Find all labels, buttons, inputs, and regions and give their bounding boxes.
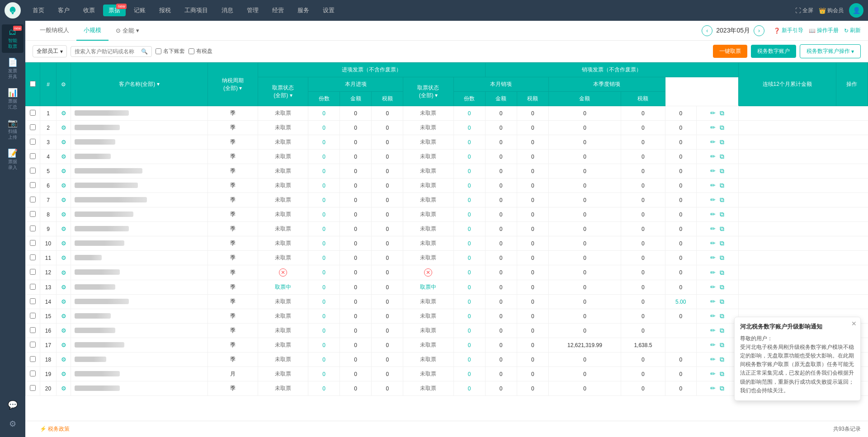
has-taxbox-checkbox[interactable]	[189, 48, 194, 54]
row-customer-name[interactable]	[71, 121, 208, 135]
copy-icon[interactable]: ⧉	[720, 356, 724, 363]
app-logo[interactable]	[5, 2, 21, 19]
row-icon[interactable]: ⚙	[61, 371, 66, 377]
copy-icon[interactable]: ⧉	[720, 240, 724, 247]
edit-icon[interactable]: ✏	[710, 385, 716, 392]
row-checkbox[interactable]	[30, 110, 36, 116]
row-customer-name[interactable]	[71, 236, 208, 251]
nav-manage[interactable]: 管理	[241, 5, 264, 16]
edit-icon[interactable]: ✏	[710, 138, 716, 146]
row-icon[interactable]: ⚙	[61, 254, 66, 261]
row-checkbox[interactable]	[30, 298, 36, 304]
copy-icon[interactable]: ⧉	[720, 182, 724, 189]
next-month-btn[interactable]: ›	[754, 25, 764, 36]
row-icon[interactable]: ⚙	[61, 298, 66, 305]
sidebar-item-entry[interactable]: 📝 票据录入	[2, 146, 24, 174]
fullscreen-btn[interactable]: ⛶ 全屏	[795, 7, 813, 14]
row-customer-name[interactable]	[71, 324, 208, 338]
nav-bookkeeping[interactable]: 记账	[128, 5, 151, 16]
copy-icon[interactable]: ⧉	[720, 298, 724, 305]
edit-icon[interactable]: ✏	[710, 269, 716, 276]
has-taxbox-checkbox-label[interactable]: 有税盘	[189, 47, 212, 55]
row-customer-name[interactable]	[71, 265, 208, 280]
row-icon[interactable]: ⚙	[61, 284, 66, 291]
nav-invoice[interactable]: 票据 new	[103, 5, 126, 16]
row-icon[interactable]: ⚙	[61, 153, 66, 160]
copy-icon[interactable]: ⧉	[720, 269, 724, 276]
manual-btn[interactable]: 📖 操作手册	[809, 27, 839, 34]
row-customer-name[interactable]	[71, 338, 208, 352]
copy-icon[interactable]: ⧉	[720, 327, 724, 334]
row-checkbox[interactable]	[30, 284, 36, 290]
row-customer-name[interactable]	[71, 179, 208, 193]
nav-settings[interactable]: 设置	[317, 5, 340, 16]
sidebar-item-config[interactable]: ⚙	[2, 415, 24, 432]
row-checkbox[interactable]	[30, 153, 36, 159]
tab-general-taxpayer[interactable]: 一般纳税人	[33, 21, 76, 41]
row-icon[interactable]: ⚙	[61, 385, 66, 392]
edit-icon[interactable]: ✏	[710, 225, 716, 232]
row-customer-name[interactable]	[71, 135, 208, 150]
nav-service[interactable]: 服务	[292, 5, 315, 16]
edit-icon[interactable]: ✏	[710, 182, 716, 189]
row-customer-name[interactable]	[71, 309, 208, 324]
edit-icon[interactable]: ✏	[710, 356, 716, 363]
edit-icon[interactable]: ✏	[710, 240, 716, 247]
select-all-checkbox[interactable]	[30, 81, 36, 87]
row-icon[interactable]: ⚙	[61, 168, 66, 174]
refresh-btn[interactable]: ↻ 刷新	[844, 27, 861, 34]
edit-icon[interactable]: ✏	[710, 327, 716, 334]
search-icon[interactable]: 🔍	[141, 48, 148, 55]
copy-icon[interactable]: ⧉	[720, 138, 724, 146]
edit-icon[interactable]: ✏	[710, 298, 716, 305]
edit-icon[interactable]: ✏	[710, 341, 716, 348]
avatar[interactable]: 👤	[849, 3, 863, 18]
row-customer-name[interactable]	[71, 280, 208, 295]
copy-icon[interactable]: ⧉	[720, 196, 724, 203]
row-checkbox[interactable]	[30, 385, 36, 391]
edit-icon[interactable]: ✏	[710, 167, 716, 174]
filter-icon2[interactable]: ▾	[239, 85, 242, 91]
employee-filter[interactable]: 全部员工 ▾	[33, 45, 67, 57]
tab-all-dropdown[interactable]: ⊙ 全能 ▾	[108, 23, 146, 38]
row-icon[interactable]: ⚙	[61, 110, 66, 117]
member-btn[interactable]: 👑 购会员	[819, 7, 844, 14]
edit-icon[interactable]: ✏	[710, 211, 716, 218]
copy-icon[interactable]: ⧉	[720, 341, 724, 348]
edit-icon[interactable]: ✏	[710, 124, 716, 131]
notification-close-btn[interactable]: ✕	[851, 320, 857, 327]
row-checkbox[interactable]	[30, 139, 36, 145]
row-icon[interactable]: ⚙	[61, 226, 66, 232]
copy-icon[interactable]: ⧉	[720, 153, 724, 160]
nav-business[interactable]: 工商项目	[179, 5, 213, 16]
row-customer-name[interactable]	[71, 381, 208, 396]
row-icon[interactable]: ⚙	[61, 124, 66, 131]
filter-icon4[interactable]: ▾	[435, 92, 438, 99]
row-checkbox[interactable]	[30, 313, 36, 319]
row-checkbox[interactable]	[30, 327, 36, 333]
sidebar-item-summary[interactable]: 📊 票据汇总	[2, 85, 24, 113]
edit-icon[interactable]: ✏	[710, 370, 716, 377]
new-guide-btn[interactable]: ❓ 新手引导	[774, 27, 803, 34]
row-customer-name[interactable]	[71, 295, 208, 309]
copy-icon[interactable]: ⧉	[720, 254, 724, 261]
filter-icon3[interactable]: ▾	[290, 92, 292, 99]
row-checkbox[interactable]	[30, 269, 36, 275]
copy-icon[interactable]: ⧉	[720, 167, 724, 174]
edit-icon[interactable]: ✏	[710, 283, 716, 291]
row-checkbox[interactable]	[30, 124, 36, 130]
nav-message[interactable]: 消息	[216, 5, 239, 16]
nav-operate[interactable]: 经营	[267, 5, 289, 16]
row-icon[interactable]: ⚙	[61, 356, 66, 363]
nav-receive[interactable]: 收票	[78, 5, 100, 16]
row-icon[interactable]: ⚙	[61, 182, 66, 189]
row-icon[interactable]: ⚙	[61, 327, 66, 334]
row-customer-name[interactable]	[71, 150, 208, 164]
edit-icon[interactable]: ✏	[710, 312, 716, 320]
prev-month-btn[interactable]: ‹	[702, 25, 712, 36]
my-accounts-checkbox[interactable]	[156, 48, 161, 54]
row-checkbox[interactable]	[30, 342, 36, 348]
row-customer-name[interactable]	[71, 251, 208, 265]
row-checkbox[interactable]	[30, 197, 36, 202]
tax-digital-ops-btn[interactable]: 税务数字账户操作 ▾	[800, 44, 861, 58]
